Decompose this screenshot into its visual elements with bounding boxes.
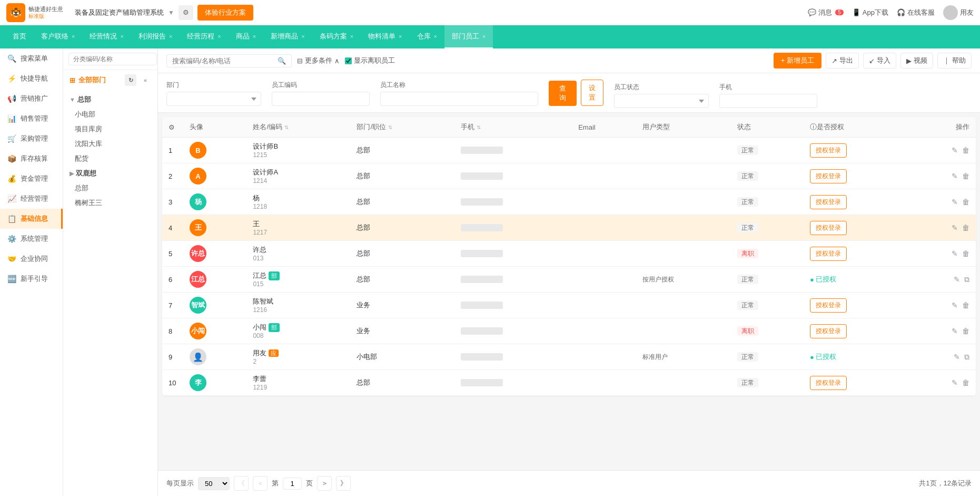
- emp-name-input[interactable]: [380, 92, 538, 106]
- sidebar-item-sales[interactable]: 📊 销售管理: [0, 109, 63, 129]
- nav-tab-bom[interactable]: 物料清单 ×: [361, 25, 409, 48]
- online-service-item[interactable]: 🎧 在线客服: [897, 8, 935, 17]
- edit-icon[interactable]: ✎: [952, 249, 958, 258]
- dept-search-input[interactable]: [68, 53, 157, 65]
- edit-icon[interactable]: ✎: [952, 223, 958, 232]
- close-icon[interactable]: ×: [301, 33, 304, 40]
- close-icon[interactable]: ×: [120, 33, 123, 40]
- sidebar-item-finance[interactable]: 💰 资金管理: [0, 169, 63, 189]
- query-button[interactable]: 查询: [549, 81, 577, 106]
- all-dept-item[interactable]: ⊞ 全部部门 ↻ «: [63, 70, 157, 90]
- import-button[interactable]: ↙ 导入: [863, 53, 896, 69]
- dept-node-zongbu2[interactable]: 总部: [63, 181, 157, 196]
- auth-btn[interactable]: 授权登录: [810, 247, 847, 261]
- user-item[interactable]: 用友: [943, 5, 974, 20]
- dept-node-xiangmu[interactable]: 项目库房: [63, 122, 157, 137]
- delete-icon[interactable]: 🗑: [962, 301, 969, 309]
- sidebar-item-inventory[interactable]: 📦 库存核算: [0, 149, 63, 169]
- nav-tab-business[interactable]: 经营情况 ×: [82, 25, 131, 48]
- auth-btn[interactable]: 授权登录: [810, 195, 847, 209]
- dept-node-shuanglu[interactable]: ▶双鹿想: [63, 166, 157, 181]
- nav-tab-goods[interactable]: 商品 ×: [229, 25, 263, 48]
- delete-icon[interactable]: 🗑: [962, 146, 969, 154]
- copy-icon[interactable]: ⧉: [964, 275, 969, 284]
- more-conditions-btn[interactable]: ⊟ 更多条件 ∧: [297, 56, 340, 65]
- nav-tab-home[interactable]: 首页: [5, 25, 34, 48]
- dept-select[interactable]: [166, 92, 261, 106]
- delete-icon[interactable]: 🗑: [962, 327, 969, 335]
- dept-node-tuishu[interactable]: 椭树王三: [63, 196, 157, 210]
- sidebar-item-guide[interactable]: 🆕 新手引导: [0, 269, 63, 289]
- search-input[interactable]: [172, 57, 278, 65]
- sidebar-item-marketing[interactable]: 📢 营销推广: [0, 89, 63, 109]
- edit-icon[interactable]: ✎: [952, 327, 958, 335]
- view-button[interactable]: ▶ 视频: [900, 53, 933, 69]
- nav-tab-profit[interactable]: 利润报告 ×: [131, 25, 180, 48]
- dept-refresh-icon[interactable]: ↻: [125, 74, 136, 86]
- delete-icon[interactable]: 🗑: [962, 378, 969, 387]
- experience-button[interactable]: 体验行业方案: [197, 5, 253, 21]
- th-name[interactable]: 姓名/编码⇅: [246, 117, 350, 138]
- close-icon[interactable]: ×: [482, 33, 486, 40]
- edit-icon[interactable]: ✎: [952, 378, 958, 387]
- close-icon[interactable]: ×: [399, 33, 402, 40]
- edit-icon[interactable]: ✎: [952, 198, 958, 206]
- auth-btn[interactable]: 授权登录: [810, 143, 847, 158]
- nav-tab-barcode[interactable]: 条码方案 ×: [312, 25, 361, 48]
- prev-page-btn[interactable]: ＜: [253, 476, 268, 491]
- add-employee-button[interactable]: + 新增员工: [774, 53, 821, 69]
- last-page-btn[interactable]: 》: [336, 476, 351, 491]
- dept-collapse-icon[interactable]: «: [140, 74, 151, 86]
- app-download-item[interactable]: 📱 App下载: [852, 8, 888, 17]
- page-input[interactable]: [283, 478, 302, 490]
- th-settings[interactable]: ⚙: [162, 117, 183, 138]
- first-page-btn[interactable]: 《: [234, 476, 249, 491]
- close-icon[interactable]: ×: [434, 33, 437, 40]
- nav-tab-add-goods[interactable]: 新增商品 ×: [263, 25, 312, 48]
- set-button[interactable]: 设置: [581, 80, 603, 106]
- phone-input[interactable]: [719, 94, 817, 108]
- show-resigned-checkbox[interactable]: 显示离职员工: [345, 56, 395, 65]
- sidebar-item-purchase[interactable]: 🛒 采购管理: [0, 129, 63, 149]
- edit-icon[interactable]: ✎: [952, 301, 958, 309]
- edit-icon[interactable]: ✎: [952, 146, 958, 154]
- auth-btn[interactable]: 授权登录: [810, 298, 847, 313]
- dept-node-peihuo[interactable]: 配货: [63, 151, 157, 166]
- sidebar-item-basic[interactable]: 📋 基础信息: [0, 209, 63, 229]
- delete-icon[interactable]: 🗑: [962, 198, 969, 206]
- close-icon[interactable]: ×: [350, 33, 353, 40]
- nav-tab-department[interactable]: 部门员工 ×: [444, 25, 493, 48]
- close-icon[interactable]: ×: [72, 33, 75, 40]
- close-icon[interactable]: ×: [253, 33, 256, 40]
- auth-btn[interactable]: 授权登录: [810, 221, 847, 235]
- copy-icon[interactable]: ⧉: [964, 353, 969, 362]
- settings-icon[interactable]: ⚙: [179, 5, 193, 20]
- sidebar-item-system[interactable]: ⚙️ 系统管理: [0, 229, 63, 249]
- sidebar-item-search[interactable]: 🔍 搜索菜单: [0, 48, 63, 69]
- nav-tab-warehouse[interactable]: 仓库 ×: [410, 25, 444, 48]
- edit-icon[interactable]: ✎: [954, 353, 960, 362]
- th-phone[interactable]: 手机⇅: [454, 117, 572, 138]
- nav-tab-history[interactable]: 经营历程 ×: [180, 25, 228, 48]
- edit-icon[interactable]: ✎: [954, 275, 960, 284]
- help-button[interactable]: ｜ 帮助: [937, 53, 972, 69]
- close-icon[interactable]: ×: [169, 33, 172, 40]
- export-button[interactable]: ↗ 导出: [826, 53, 859, 69]
- close-icon[interactable]: ×: [217, 33, 221, 40]
- emp-status-select[interactable]: [614, 94, 709, 108]
- dept-node-xiaodian[interactable]: 小电部: [63, 107, 157, 122]
- edit-icon[interactable]: ✎: [952, 172, 958, 180]
- dept-node-zongbu[interactable]: ▼总部: [63, 92, 157, 107]
- delete-icon[interactable]: 🗑: [962, 249, 969, 258]
- sidebar-item-nav[interactable]: ⚡ 快捷导航: [0, 69, 63, 89]
- message-item[interactable]: 💬 消息 5: [808, 8, 844, 17]
- page-size-select[interactable]: 50 20 100: [198, 477, 230, 490]
- auth-btn[interactable]: 授权登录: [810, 169, 847, 183]
- delete-icon[interactable]: 🗑: [962, 172, 969, 180]
- auth-btn[interactable]: 授权登录: [810, 376, 847, 390]
- auth-btn[interactable]: 授权登录: [810, 324, 847, 338]
- next-page-btn[interactable]: ＞: [317, 476, 332, 491]
- sidebar-item-business[interactable]: 📈 经营管理: [0, 189, 63, 209]
- delete-icon[interactable]: 🗑: [962, 223, 969, 232]
- dept-node-shenyang[interactable]: 沈阳大库: [63, 137, 157, 151]
